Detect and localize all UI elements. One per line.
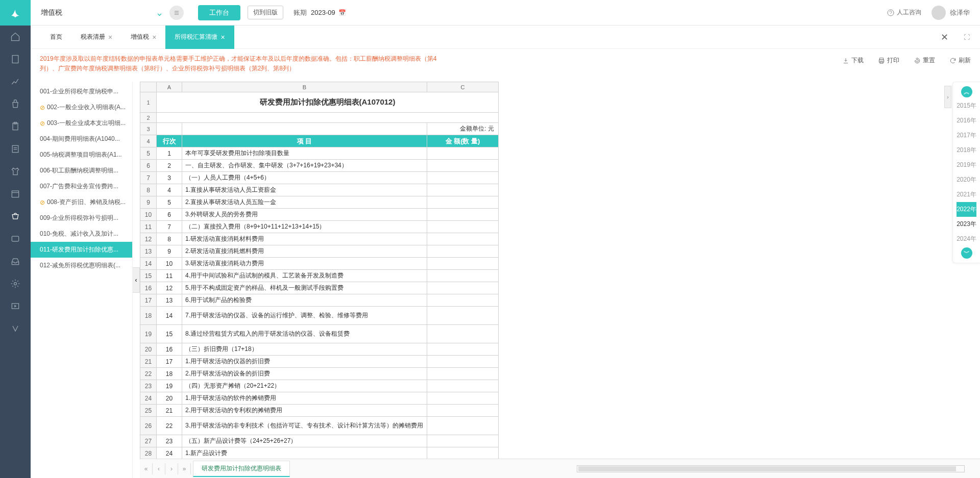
cell-item[interactable]: 6.用于试制产品的检验费 xyxy=(182,294,427,307)
cell-item[interactable]: 7.用于研发活动的仪器、设备的运行维护、调整、检验、维修等费用 xyxy=(182,307,427,325)
cell-amount[interactable] xyxy=(427,368,499,380)
cell-amount[interactable] xyxy=(427,405,499,417)
cell-item[interactable]: 2.用于研发活动的专利权的摊销费用 xyxy=(182,405,427,417)
cell-amount[interactable] xyxy=(427,147,499,160)
cell-amount[interactable] xyxy=(427,196,499,209)
cell-item[interactable]: 2.直接从事研发活动人员五险一金 xyxy=(182,196,427,209)
cell-rownum[interactable]: 3 xyxy=(157,172,182,184)
cell-amount[interactable] xyxy=(427,307,499,325)
cell-amount[interactable] xyxy=(427,447,499,459)
tab-close-icon[interactable]: × xyxy=(108,33,112,41)
form-item-1[interactable]: ⊘002-一般企业收入明细表(A... xyxy=(31,99,132,115)
nav-clipboard-icon[interactable] xyxy=(0,115,31,138)
cell-item[interactable]: 1.用于研发活动的软件的摊销费用 xyxy=(182,392,427,405)
cell-amount[interactable] xyxy=(427,282,499,294)
cell-rownum[interactable]: 21 xyxy=(157,405,182,417)
cell-rownum[interactable]: 10 xyxy=(157,258,182,270)
cell-item[interactable]: 一、自主研发、合作研发、集中研发（3+7+16+19+23+34） xyxy=(182,160,427,172)
close-all-tabs-button[interactable]: ✕ xyxy=(941,32,948,43)
cell-item[interactable]: 4.用于中间试验和产品试制的模具、工艺装备开发及制造费 xyxy=(182,270,427,282)
year-option[interactable]: 2020年 xyxy=(957,172,976,187)
nav-card-icon[interactable] xyxy=(0,228,31,250)
col-header[interactable]: A xyxy=(157,82,182,92)
cell-rownum[interactable]: 22 xyxy=(157,417,182,435)
tab-close-icon[interactable]: × xyxy=(220,33,225,41)
sheet-next-button[interactable]: › xyxy=(165,463,178,474)
cell-amount[interactable] xyxy=(427,233,499,245)
cell-rownum[interactable]: 15 xyxy=(157,325,182,343)
nav-chart-icon[interactable] xyxy=(0,70,31,93)
year-option[interactable]: 2024年 xyxy=(957,232,976,246)
download-button[interactable]: 下载 xyxy=(842,56,864,65)
nav-v-icon[interactable] xyxy=(0,317,31,340)
cell-rownum[interactable]: 18 xyxy=(157,368,182,380)
cell-item[interactable]: （二）直接投入费用（8+9+10+11+12+13+14+15） xyxy=(182,221,427,233)
cell-rownum[interactable]: 24 xyxy=(157,447,182,459)
avatar[interactable] xyxy=(932,6,946,20)
cell-amount[interactable] xyxy=(427,294,499,307)
cell-amount[interactable] xyxy=(427,435,499,447)
cell-rownum[interactable]: 8 xyxy=(157,233,182,245)
nav-receipt-icon[interactable] xyxy=(0,138,31,160)
nav-inbox-icon[interactable] xyxy=(0,250,31,272)
nav-home-icon[interactable] xyxy=(0,26,31,48)
cell-amount[interactable] xyxy=(427,184,499,196)
nav-video-icon[interactable] xyxy=(0,295,31,317)
year-option[interactable]: 2017年 xyxy=(957,128,976,143)
form-item-9[interactable]: 010-免税、减计收入及加计... xyxy=(31,226,132,242)
cell-item[interactable]: （三）折旧费用（17+18） xyxy=(182,343,427,356)
cell-amount[interactable] xyxy=(427,343,499,356)
cell-rownum[interactable]: 7 xyxy=(157,221,182,233)
sheet-last-button[interactable]: » xyxy=(178,463,191,474)
help-button[interactable]: 人工咨询 xyxy=(887,8,921,17)
form-item-0[interactable]: 001-企业所得税年度纳税申... xyxy=(31,84,132,99)
cell-amount[interactable] xyxy=(427,221,499,233)
cell-rownum[interactable]: 9 xyxy=(157,245,182,258)
cell-rownum[interactable]: 12 xyxy=(157,282,182,294)
cell-item[interactable]: （一）人员人工费用（4+5+6） xyxy=(182,172,427,184)
sheet-tab[interactable]: 研发费用加计扣除优惠明细表 xyxy=(193,461,290,477)
form-item-7[interactable]: ⊘008-资产折旧、摊销及纳税... xyxy=(31,194,132,210)
year-up-button[interactable]: ︽ xyxy=(961,86,972,97)
year-option[interactable]: 2015年 xyxy=(957,98,976,113)
year-option[interactable]: 2019年 xyxy=(957,158,976,172)
cell-item[interactable]: 1.直接从事研发活动人员工资薪金 xyxy=(182,184,427,196)
logo[interactable] xyxy=(0,0,31,26)
cell-item[interactable]: 2.用于研发活动的设备的折旧费 xyxy=(182,368,427,380)
cell-rownum[interactable]: 11 xyxy=(157,270,182,282)
period-value[interactable]: 2023-09 xyxy=(311,9,335,16)
cell-rownum[interactable]: 6 xyxy=(157,209,182,221)
tab-3[interactable]: 所得税汇算清缴× xyxy=(165,26,234,49)
form-item-10[interactable]: 011-研发费用加计扣除优惠... xyxy=(31,242,132,258)
cell-item[interactable]: 1.新产品设计费 xyxy=(182,447,427,459)
cell-rownum[interactable]: 13 xyxy=(157,294,182,307)
col-header[interactable]: C xyxy=(427,82,499,92)
cell-amount[interactable] xyxy=(427,356,499,368)
nav-tax-icon[interactable] xyxy=(0,205,31,228)
cell-rownum[interactable]: 23 xyxy=(157,435,182,447)
reset-button[interactable]: 重置 xyxy=(914,56,935,65)
year-option[interactable]: 2016年 xyxy=(957,113,976,128)
form-item-6[interactable]: 007-广告费和业务宣传费跨... xyxy=(31,179,132,194)
nav-doc-icon[interactable] xyxy=(0,48,31,70)
form-item-4[interactable]: 005-纳税调整项目明细表(A1... xyxy=(31,147,132,163)
cell-amount[interactable] xyxy=(427,258,499,270)
form-item-5[interactable]: 006-职工薪酬纳税调整明细... xyxy=(31,163,132,179)
cell-item[interactable]: 3.研发活动直接消耗动力费用 xyxy=(182,258,427,270)
cell-item[interactable]: 5.用于不构成固定资产的样品、样机及一般测试手段购置费 xyxy=(182,282,427,294)
nav-shirt-icon[interactable] xyxy=(0,160,31,183)
cell-item[interactable]: 1.研发活动直接消耗材料费用 xyxy=(182,233,427,245)
print-button[interactable]: 打印 xyxy=(878,56,899,65)
tab-0[interactable]: 首页 xyxy=(41,26,71,49)
cell-item[interactable]: 8.通过经营租赁方式租入的用于研发活动的仪器、设备租赁费 xyxy=(182,325,427,343)
cell-item[interactable]: （四）无形资产摊销（20+21+22） xyxy=(182,380,427,392)
cell-rownum[interactable]: 17 xyxy=(157,356,182,368)
cell-amount[interactable] xyxy=(427,160,499,172)
expand-year-handle[interactable]: › xyxy=(944,86,951,108)
list-toggle-button[interactable] xyxy=(169,6,184,20)
cell-amount[interactable] xyxy=(427,392,499,405)
year-option[interactable]: 2022年 xyxy=(957,202,976,217)
cell-amount[interactable] xyxy=(427,380,499,392)
cell-item[interactable]: 本年可享受研发费用加计扣除项目数量 xyxy=(182,147,427,160)
cell-amount[interactable] xyxy=(427,325,499,343)
